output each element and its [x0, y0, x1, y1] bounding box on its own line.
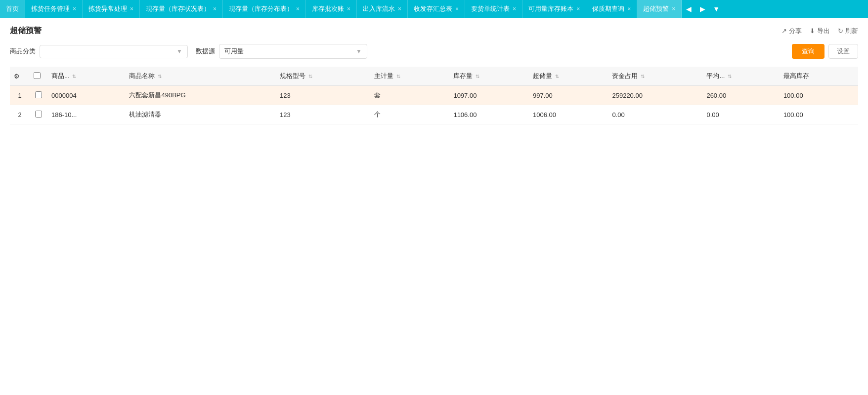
datasource-filter: 数据源 可用量 ▼	[196, 44, 367, 59]
filter-row: 商品分类 ▼ 数据源 可用量 ▼ 查询 设置	[10, 44, 858, 59]
row-checkbox[interactable]	[35, 111, 42, 118]
nav-item-picking-exception[interactable]: 拣货异常处理 ×	[83, 0, 140, 18]
refresh-button[interactable]: ↻ 刷新	[838, 27, 858, 36]
product-name-cell: 六配套新昌490BPG	[125, 86, 275, 105]
row-checkbox-cell[interactable]	[30, 105, 47, 124]
datasource-value: 可用量	[224, 47, 244, 56]
nav-item-available-ledger[interactable]: 可用量库存账本 ×	[522, 0, 586, 18]
export-icon: ⬇	[810, 27, 815, 35]
overflow-column-header[interactable]: 超储量 ⇅	[529, 67, 608, 86]
gear-column-header: ⚙	[10, 67, 30, 86]
close-icon[interactable]: ×	[576, 5, 580, 12]
nav-item-picking-task[interactable]: 拣货任务管理 ×	[25, 0, 83, 18]
unit-column-header[interactable]: 主计量 ⇅	[370, 67, 450, 86]
close-icon[interactable]: ×	[455, 5, 459, 12]
close-icon[interactable]: ×	[627, 5, 631, 12]
datasource-select[interactable]: 可用量 ▼	[219, 44, 367, 59]
sort-icon: ⇅	[158, 74, 162, 79]
chevron-down-icon: ▼	[176, 48, 182, 55]
sort-icon: ⇅	[641, 74, 645, 79]
nav-item-inout-flow[interactable]: 出入库流水 ×	[357, 0, 408, 18]
category-filter: 商品分类 ▼	[10, 45, 188, 58]
capital-cell: 259220.00	[608, 86, 702, 105]
nav-item-overstock[interactable]: 超储预警 ×	[637, 0, 682, 18]
product-code-column-header[interactable]: 商品... ⇅	[47, 67, 125, 86]
capital-column-header[interactable]: 资金占用 ⇅	[608, 67, 702, 86]
page-content: 超储预警 ↗ 分享 ⬇ 导出 ↻ 刷新 商品分类 ▼ 数据源	[0, 18, 868, 395]
settings-gear-icon[interactable]: ⚙	[14, 73, 20, 80]
chevron-down-icon: ▼	[356, 48, 362, 55]
row-checkbox-cell[interactable]	[30, 86, 47, 105]
settings-button[interactable]: 设置	[828, 44, 858, 59]
table-header-row: ⚙ 商品... ⇅ 商品名称 ⇅ 规格型号 ⇅ 主计量	[10, 67, 858, 86]
top-nav: 首页 拣货任务管理 × 拣货异常处理 × 现存量（库存状况表） × 现存量（库存…	[0, 0, 868, 18]
sort-icon: ⇅	[728, 74, 732, 79]
sort-icon: ⇅	[72, 74, 76, 79]
nav-item-stock-dist[interactable]: 现存量（库存分布表） ×	[223, 0, 306, 18]
nav-item-stock-status[interactable]: 现存量（库存状况表） ×	[140, 0, 223, 18]
spec-cell: 123	[276, 86, 370, 105]
avg-column-header[interactable]: 平均... ⇅	[702, 67, 779, 86]
stock-cell: 1106.00	[449, 105, 529, 124]
unit-cell: 个	[370, 105, 450, 124]
checkbox-column-header	[30, 67, 47, 86]
spec-column-header[interactable]: 规格型号 ⇅	[276, 67, 370, 86]
category-select[interactable]: ▼	[40, 45, 188, 58]
sort-icon: ⇅	[396, 74, 400, 79]
row-number: 2	[10, 105, 30, 124]
row-number: 1	[10, 86, 30, 105]
sort-icon: ⇅	[308, 74, 312, 79]
nav-item-home[interactable]: 首页	[0, 0, 25, 18]
query-button[interactable]: 查询	[792, 44, 825, 59]
close-icon[interactable]: ×	[513, 5, 516, 12]
nav-item-summary[interactable]: 收发存汇总表 ×	[408, 0, 465, 18]
nav-next-button[interactable]: ▶	[695, 0, 709, 18]
page-header: 超储预警 ↗ 分享 ⬇ 导出 ↻ 刷新	[10, 26, 858, 36]
avg-cell: 0.00	[702, 105, 779, 124]
close-icon[interactable]: ×	[213, 5, 217, 12]
stock-cell: 1097.00	[449, 86, 529, 105]
close-icon[interactable]: ×	[672, 5, 675, 12]
datasource-label: 数据源	[196, 47, 215, 56]
nav-more-button[interactable]: ▼	[709, 0, 723, 18]
share-button[interactable]: ↗ 分享	[781, 27, 802, 36]
select-all-checkbox[interactable]	[34, 72, 41, 79]
nav-item-batch[interactable]: 库存批次账 ×	[306, 0, 357, 18]
table-row: 2 186-10... 机油滤清器 123 个 1106.00 1006.00 …	[10, 105, 858, 124]
product-code-cell: 186-10...	[47, 105, 125, 124]
close-icon[interactable]: ×	[73, 5, 76, 12]
overflow-cell: 997.00	[529, 86, 608, 105]
share-icon: ↗	[781, 27, 787, 35]
stock-column-header[interactable]: 库存量 ⇅	[449, 67, 529, 86]
unit-cell: 套	[370, 86, 450, 105]
refresh-icon: ↻	[838, 27, 843, 35]
close-icon[interactable]: ×	[296, 5, 300, 12]
nav-item-shelf-life[interactable]: 保质期查询 ×	[586, 0, 637, 18]
avg-cell: 260.00	[702, 86, 779, 105]
max-stock-column-header[interactable]: 最高库存	[780, 67, 858, 86]
spec-cell: 123	[276, 105, 370, 124]
header-actions: ↗ 分享 ⬇ 导出 ↻ 刷新	[781, 27, 858, 36]
close-icon[interactable]: ×	[130, 5, 133, 12]
data-table: ⚙ 商品... ⇅ 商品名称 ⇅ 规格型号 ⇅ 主计量	[10, 67, 858, 124]
category-label: 商品分类	[10, 47, 36, 56]
sort-icon: ⇅	[555, 74, 559, 79]
table-row: 1 0000004 六配套新昌490BPG 123 套 1097.00 997.…	[10, 86, 858, 105]
overflow-cell: 1006.00	[529, 105, 608, 124]
product-name-cell: 机油滤清器	[125, 105, 275, 124]
product-code-cell: 0000004	[47, 86, 125, 105]
sort-icon: ⇅	[476, 74, 479, 79]
product-name-column-header[interactable]: 商品名称 ⇅	[125, 67, 275, 86]
max-stock-cell: 100.00	[780, 86, 858, 105]
max-stock-cell: 100.00	[780, 105, 858, 124]
capital-cell: 0.00	[608, 105, 702, 124]
nav-prev-button[interactable]: ◀	[682, 0, 695, 18]
export-button[interactable]: ⬇ 导出	[810, 27, 830, 36]
nav-item-order-stat[interactable]: 要货单统计表 ×	[465, 0, 522, 18]
close-icon[interactable]: ×	[398, 5, 401, 12]
filter-action-buttons: 查询 设置	[792, 44, 858, 59]
close-icon[interactable]: ×	[347, 5, 350, 12]
row-checkbox[interactable]	[35, 91, 42, 98]
page-title: 超储预警	[10, 26, 42, 36]
